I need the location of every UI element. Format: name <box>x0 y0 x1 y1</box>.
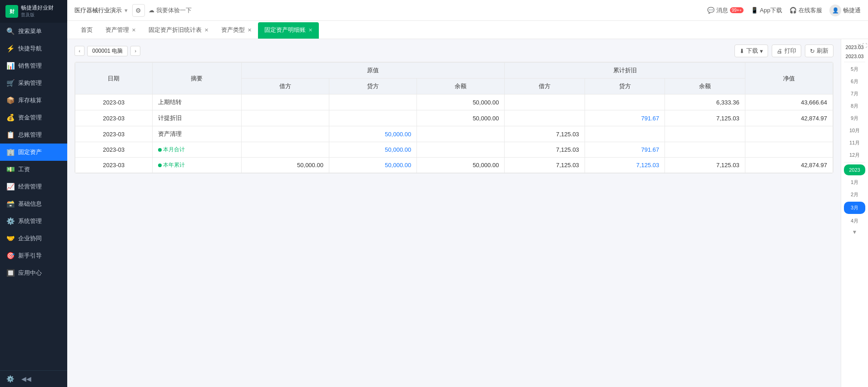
download-btn[interactable]: ⬇ 下载 ▾ <box>734 45 768 57</box>
sidebar-item-system[interactable]: ⚙️ 系统管理 <box>0 213 67 230</box>
sidebar-item-label: 总账管理 <box>18 131 42 139</box>
sidebar-item-apps[interactable]: 🔲 应用中心 <box>0 264 67 282</box>
tab-asset-mgmt-close[interactable]: ✕ <box>132 27 136 33</box>
settings-bottom-icon[interactable]: ⚙️ <box>6 375 14 382</box>
tab-asset-type[interactable]: 资产类型 ✕ <box>215 22 258 39</box>
username-label: 畅捷通 <box>843 6 861 15</box>
company-settings-btn[interactable]: ⚙ <box>132 4 145 17</box>
timeline-month-7[interactable]: 7月 <box>841 88 868 100</box>
timeline-month-11[interactable]: 11月 <box>841 137 868 149</box>
sidebar-item-label: 新手引导 <box>18 252 42 260</box>
timeline-month-9[interactable]: 9月 <box>841 112 868 124</box>
timeline-divider-mid <box>844 162 865 163</box>
acc-debit-header: 借方 <box>505 79 585 94</box>
orig-debit-header: 借方 <box>241 79 329 94</box>
sidebar-item-inventory[interactable]: 📦 库存核算 <box>0 92 67 109</box>
tab-asset-mgmt[interactable]: 资产管理 ✕ <box>99 22 142 39</box>
tab-home[interactable]: 首页 <box>74 22 99 39</box>
sidebar-item-basics[interactable]: 🗃️ 基础信息 <box>0 195 67 213</box>
logo-text-group: 畅捷通好业财 普及版 <box>21 5 54 18</box>
cell-net-value <box>745 142 833 158</box>
nav-next-btn[interactable]: › <box>130 46 140 56</box>
timeline-month-1[interactable]: 1月 <box>841 176 868 189</box>
cell-acc-credit <box>585 94 665 110</box>
timeline-current-year[interactable]: 2023 <box>844 164 865 175</box>
print-btn[interactable]: 🖨 打印 <box>772 45 801 57</box>
cell-orig-credit <box>329 110 417 126</box>
collapse-icon[interactable]: ◀◀ <box>21 375 31 382</box>
cell-acc-debit <box>505 110 585 126</box>
download-label: App下载 <box>760 6 782 15</box>
cell-net-value: 42,874.97 <box>745 110 833 126</box>
tab-asset-detail-close[interactable]: ✕ <box>308 27 312 33</box>
table-row: 2023-03 本月合计 50,000.00 7,125.03 791.67 <box>75 142 833 158</box>
cell-summary: 本年累计 <box>152 158 241 173</box>
basics-icon: 🗃️ <box>6 200 15 208</box>
timeline-month-10[interactable]: 10月 <box>841 124 868 137</box>
sidebar-item-search[interactable]: 🔍 搜索菜单 <box>0 23 67 40</box>
sidebar-logo: 财 畅捷通好业财 普及版 <box>0 0 67 23</box>
sidebar-item-purchase[interactable]: 🛒 采购管理 <box>0 74 67 92</box>
messages-btn[interactable]: 💬 消息 99++ <box>707 6 744 15</box>
col-net-value: 净值 <box>745 63 833 94</box>
tab-asset-detail[interactable]: 固定资产明细账 ✕ <box>258 22 319 39</box>
col-summary: 摘要 <box>152 63 241 94</box>
sidebar-item-quick-nav[interactable]: ⚡ 快捷导航 <box>0 40 67 57</box>
sidebar-item-label: 快捷导航 <box>18 45 42 53</box>
download-btn[interactable]: 📱 App下载 <box>751 6 782 15</box>
nav-prev-btn[interactable]: ‹ <box>74 46 84 56</box>
apps-icon: 🔲 <box>6 269 15 277</box>
timeline-header-sub: 2023.03 <box>846 52 864 61</box>
row-tag: 本年累计 <box>158 161 185 169</box>
cell-orig-balance: 50,000.00 <box>417 110 505 126</box>
sidebar-item-label: 基础信息 <box>18 200 42 208</box>
orig-balance-header: 余额 <box>417 79 505 94</box>
cell-orig-credit <box>329 94 417 110</box>
asset-nav-label: 000001 电脑 <box>87 46 128 56</box>
tab-asset-type-close[interactable]: ✕ <box>248 27 252 33</box>
detail-nav: ‹ 000001 电脑 › <box>74 46 140 56</box>
sidebar-item-fixed-assets[interactable]: 🏢 固定资产 <box>0 144 67 161</box>
sidebar-item-operations[interactable]: 📈 经营管理 <box>0 178 67 195</box>
cell-orig-debit <box>241 94 329 110</box>
sidebar-item-capital[interactable]: 💰 资金管理 <box>0 109 67 126</box>
cell-orig-credit: 50,000.00 <box>329 126 417 142</box>
service-btn[interactable]: 🎧 在线客服 <box>789 6 822 15</box>
tab-depreciation-stats[interactable]: 固定资产折旧统计表 ✕ <box>142 22 215 39</box>
download-arrow: ▾ <box>760 48 763 55</box>
user-btn[interactable]: 👤 畅捷通 <box>829 5 861 16</box>
print-label: 打印 <box>784 47 796 55</box>
col-original-value: 原值 <box>241 63 505 79</box>
panel-close-btn[interactable]: ✕ <box>857 43 861 49</box>
timeline-month-6[interactable]: 6月 <box>841 75 868 88</box>
timeline-down-chevron[interactable]: ▼ <box>850 227 859 237</box>
timeline-month-8[interactable]: 8月 <box>841 100 868 112</box>
table-row: 2023-03 资产清理 50,000.00 7,125.03 <box>75 126 833 142</box>
sidebar-item-salary[interactable]: 💵 工资 <box>0 161 67 178</box>
panel-expand-btn[interactable]: ⛶ <box>862 43 867 49</box>
download-icon: 📱 <box>751 7 758 14</box>
sidebar-item-label: 库存核算 <box>18 96 42 104</box>
table-row: 2023-03 计提折旧 50,000.00 791.67 7,125.03 4… <box>75 110 833 126</box>
tab-depreciation-close[interactable]: ✕ <box>204 27 208 33</box>
sidebar-item-ledger[interactable]: 📋 总账管理 <box>0 126 67 144</box>
cell-net-value <box>745 126 833 142</box>
refresh-btn[interactable]: ↻ 刷新 <box>805 45 833 57</box>
timeline-month-3[interactable]: 3月 <box>844 202 865 214</box>
timeline-month-5[interactable]: 5月 <box>841 63 868 75</box>
content-area: ‹ 000001 电脑 › ⬇ 下载 ▾ 🖨 打印 ↻ <box>67 39 868 387</box>
asset-detail-table: 日期 摘要 原值 累计折旧 净值 借方 贷方 余额 借方 贷方 余额 <box>74 62 833 174</box>
sidebar-item-collab[interactable]: 🤝 企业协同 <box>0 230 67 247</box>
cell-acc-balance <box>665 142 745 158</box>
cell-date: 2023-03 <box>75 126 153 142</box>
experience-btn[interactable]: ☁ 我要体验一下 <box>149 6 192 15</box>
sidebar-item-guide[interactable]: 🎯 新手引导 <box>0 247 67 264</box>
sidebar-item-sales[interactable]: 📊 销售管理 <box>0 57 67 74</box>
timeline-month-2[interactable]: 2月 <box>841 189 868 201</box>
timeline-month-12[interactable]: 12月 <box>841 149 868 161</box>
timeline-month-4[interactable]: 4月 <box>841 215 868 227</box>
col-date: 日期 <box>75 63 153 94</box>
refresh-label: 刷新 <box>817 47 828 55</box>
company-selector[interactable]: 医疗器械行业演示 ▼ <box>74 6 129 15</box>
sidebar-item-label: 采购管理 <box>18 79 42 87</box>
